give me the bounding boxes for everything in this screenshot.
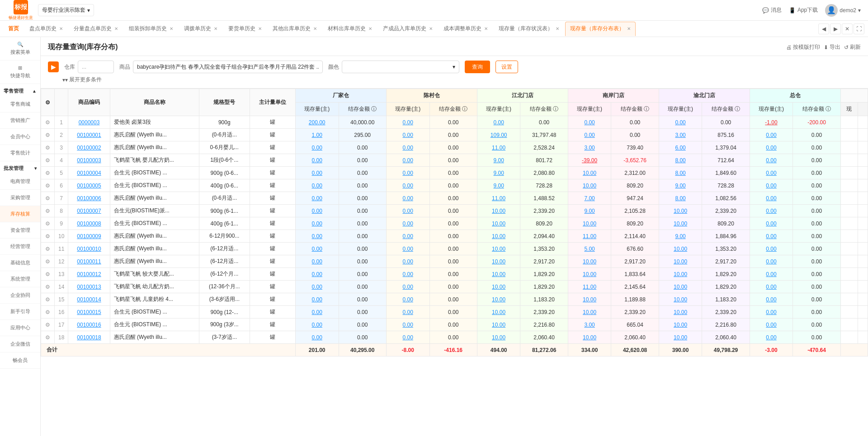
row-settings[interactable]: ⚙ <box>41 268 55 281</box>
row-extra-amt <box>858 268 868 281</box>
row-settings[interactable]: ⚙ <box>41 281 55 293</box>
sidebar-item-guide[interactable]: 新手引导 <box>0 304 40 320</box>
tab-other-out[interactable]: 其他出库单历史 ✕ <box>268 22 322 36</box>
company-dropdown[interactable]: 母婴行业演示陈套 ▾ <box>38 4 94 16</box>
row-settings[interactable]: ⚙ <box>41 306 55 319</box>
content-area: 现存量查询(库存分布) 🖨 按模版打印 ⬇ 导出 ↺ 刷新 ▶ <box>41 37 868 436</box>
row-extra-qty <box>840 293 858 306</box>
row-settings[interactable]: ⚙ <box>41 116 55 129</box>
tab-combo[interactable]: 组装拆卸单历史 ✕ <box>124 22 178 36</box>
row-settings[interactable]: ⚙ <box>41 141 55 154</box>
row-settings[interactable]: ⚙ <box>41 192 55 205</box>
sidebar-item-wholesale[interactable]: 批发管理 ▾ <box>0 161 40 173</box>
sidebar-item-shortcuts[interactable]: ⊞ 快捷导航 <box>0 61 40 84</box>
tab-expand-btn[interactable]: ⛶ <box>854 23 864 34</box>
tab-branch-count[interactable]: 分量盘点单历史 ✕ <box>69 22 123 36</box>
expand-more-btn[interactable]: ▾▾ 展开更多条件 <box>62 76 102 84</box>
row-unit: 罐 <box>250 205 295 217</box>
sidebar-item-app-center[interactable]: 应用中心 <box>0 320 40 336</box>
row-settings[interactable]: ⚙ <box>41 129 55 141</box>
row-settings[interactable]: ⚙ <box>41 255 55 268</box>
refresh-btn[interactable]: ↺ 刷新 <box>844 43 861 51</box>
close-icon[interactable]: ✕ <box>258 26 262 31</box>
tab-home[interactable]: 首页 <box>4 22 24 36</box>
sidebar-item-enterprise[interactable]: 企业协同 <box>0 287 40 304</box>
goods-input[interactable] <box>133 61 323 73</box>
sidebar-label: 应用中心 <box>10 324 30 331</box>
row-unit: 罐 <box>250 167 295 179</box>
sidebar-item-finance[interactable]: 资金管理 <box>0 222 40 239</box>
row-settings[interactable]: ⚙ <box>41 167 55 179</box>
table-row: ⚙ 7 00100006 惠氏启醒 (Wyeth illu... (0-6月适.… <box>41 192 868 205</box>
close-icon[interactable]: ✕ <box>627 26 631 31</box>
row-settings[interactable]: ⚙ <box>41 179 55 192</box>
row-code: 00100006 <box>68 192 110 205</box>
tab-cost-adjust[interactable]: 成本调整单历史 ✕ <box>439 22 493 36</box>
tab-adjust[interactable]: 调拨单历史 ✕ <box>179 22 222 36</box>
sidebar-item-search[interactable]: 🔍 搜索英单 <box>0 37 40 61</box>
row-yb-qty: 10.00 <box>659 293 702 306</box>
sidebar-item-ecommerce[interactable]: 电商管理 <box>0 173 40 190</box>
settings-col-header[interactable]: ⚙ <box>41 89 55 116</box>
sidebar-item-purchase[interactable]: 采购管理 <box>0 190 40 206</box>
sidebar-item-marketing[interactable]: 营销推广 <box>0 113 40 129</box>
sidebar-item-wechat[interactable]: 企业微信 <box>0 336 40 352</box>
row-settings[interactable]: ⚙ <box>41 205 55 217</box>
row-settings[interactable]: ⚙ <box>41 243 55 255</box>
close-icon[interactable]: ✕ <box>214 26 217 31</box>
message-btn[interactable]: 💬 消息 <box>762 6 782 14</box>
row-settings[interactable]: ⚙ <box>41 331 55 344</box>
sidebar-item-retail[interactable]: 零售管理 ▲ <box>0 84 40 96</box>
close-icon[interactable]: ✕ <box>556 26 559 31</box>
app-download-btn[interactable]: 📱 App下载 <box>789 6 818 14</box>
row-yb-qty: 10.00 <box>659 281 702 293</box>
row-settings[interactable]: ⚙ <box>41 217 55 230</box>
color-select[interactable]: ▾ <box>342 61 459 73</box>
tab-product-in[interactable]: 产成品入库单历史 ✕ <box>378 22 438 36</box>
row-yb-qty: 10.00 <box>659 268 702 281</box>
tab-next-btn[interactable]: ▶ <box>830 23 841 34</box>
row-na-qty: 10.00 <box>568 179 611 192</box>
tab-stock-status[interactable]: 现存量（库存状况表） ✕ <box>494 22 564 36</box>
row-code: 00100008 <box>68 217 110 230</box>
tab-prev-btn[interactable]: ◀ <box>818 23 829 34</box>
row-fj-amt: 0.00 <box>339 167 386 179</box>
sidebar-item-member2[interactable]: 畅会员 <box>0 352 40 369</box>
tab-purchase-order[interactable]: 要货单历史 ✕ <box>223 22 267 36</box>
close-icon[interactable]: ✕ <box>484 26 488 31</box>
close-icon[interactable]: ✕ <box>59 26 63 31</box>
collapse-btn[interactable]: ▶ <box>48 61 59 72</box>
user-menu[interactable]: 👤 demo2 ▾ <box>825 4 861 17</box>
settings-button[interactable]: 设置 <box>495 61 518 73</box>
row-jb-qty: 10.00 <box>477 268 520 281</box>
row-settings[interactable]: ⚙ <box>41 230 55 243</box>
close-icon[interactable]: ✕ <box>114 26 118 31</box>
export-btn[interactable]: ⬇ 导出 <box>824 43 840 51</box>
sidebar-item-member[interactable]: 会员中心 <box>0 129 40 145</box>
row-settings[interactable]: ⚙ <box>41 154 55 167</box>
sidebar-item-inventory[interactable]: 库存核算 <box>0 206 40 222</box>
tab-material-out[interactable]: 材料出库单历史 ✕ <box>323 22 377 36</box>
row-zc-qty: 0.00 <box>750 179 793 192</box>
tab-close-btn[interactable]: ✕ <box>842 23 853 34</box>
sidebar-item-retail-store[interactable]: 零售商城 <box>0 96 40 113</box>
sidebar-item-operation[interactable]: 经营管理 <box>0 239 40 255</box>
zc-group-header: 总仓 <box>750 89 840 103</box>
warehouse-input[interactable]: ... <box>78 61 114 73</box>
print-btn[interactable]: 🖨 按模版打印 <box>786 43 820 51</box>
row-settings[interactable]: ⚙ <box>41 293 55 306</box>
table-container: ⚙ 商品编码 商品名称 规格型号 主计量单位 厂家仓 陈村仓 江北门店 南岸门店… <box>41 89 868 436</box>
sidebar-item-basic[interactable]: 基础信息 <box>0 255 40 271</box>
search-button[interactable]: 查询 <box>465 61 490 73</box>
close-icon[interactable]: ✕ <box>368 26 372 31</box>
close-icon[interactable]: ✕ <box>429 26 433 31</box>
close-icon[interactable]: ✕ <box>170 26 173 31</box>
cc-group-header: 陈村仓 <box>386 89 477 103</box>
close-icon[interactable]: ✕ <box>313 26 317 31</box>
sidebar-item-retail-stats[interactable]: 零售统计 <box>0 145 40 161</box>
row-settings[interactable]: ⚙ <box>41 319 55 331</box>
row-cc-qty: 0.00 <box>386 179 429 192</box>
tab-inventory-count[interactable]: 盘点单历史 ✕ <box>24 22 68 36</box>
tab-stock-dist[interactable]: 现存量（库存分布表） ✕ <box>565 22 636 36</box>
sidebar-item-system[interactable]: 系统管理 <box>0 271 40 287</box>
